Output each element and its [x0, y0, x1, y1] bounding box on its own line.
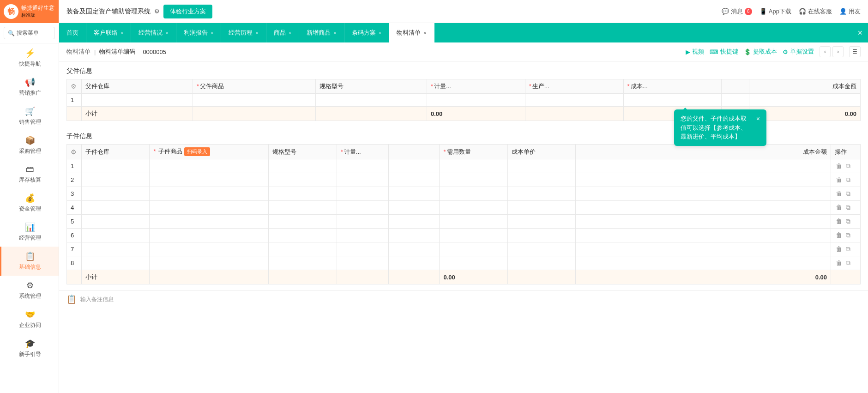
scan-input-button[interactable]: 扫码录入 — [184, 147, 210, 156]
child-row-1-unit[interactable] — [337, 159, 388, 173]
child-row-6-copy[interactable]: ⧉ — [846, 231, 850, 239]
child-row-8-warehouse[interactable] — [82, 256, 150, 270]
app-download-button[interactable]: 📱 App下载 — [760, 7, 791, 16]
next-page-button[interactable]: › — [832, 46, 844, 57]
tooltip-close-button[interactable]: × — [756, 114, 760, 124]
tab-product[interactable]: 商品 × — [266, 23, 299, 42]
child-row-1-warehouse[interactable] — [82, 159, 150, 173]
tab-history[interactable]: 经营历程 × — [221, 23, 266, 42]
child-row-5-delete[interactable]: 🗑 — [836, 218, 842, 225]
child-settings-gear[interactable]: ⚙ — [71, 148, 77, 156]
tab-profit-close[interactable]: × — [211, 30, 213, 36]
child-row-8-unit[interactable] — [337, 256, 388, 270]
child-row-6-qty[interactable] — [440, 229, 507, 242]
tab-barcode-close[interactable]: × — [379, 30, 381, 36]
child-row-1-spec[interactable] — [269, 159, 337, 173]
parent-settings-gear[interactable]: ⚙ — [71, 83, 77, 90]
child-row-3-spec[interactable] — [269, 187, 337, 201]
child-row-6-product[interactable] — [150, 229, 269, 242]
child-row-7-unit-cost[interactable] — [507, 242, 575, 256]
child-row-5-warehouse[interactable] — [82, 215, 150, 229]
sidebar-item-operations[interactable]: 📊 经营管理 — [0, 218, 59, 247]
child-row-4-spec[interactable] — [269, 201, 337, 215]
parent-row-1-produce[interactable] — [525, 94, 623, 107]
sidebar-item-guide[interactable]: 🎓 新手引导 — [0, 334, 59, 363]
user-menu-button[interactable]: 👤 用友 — [839, 7, 861, 16]
child-row-6-unit-cost[interactable] — [507, 229, 575, 242]
child-row-2-copy[interactable]: ⧉ — [846, 176, 850, 183]
tab-customer[interactable]: 客户联络 × — [86, 23, 131, 42]
tab-new-product[interactable]: 新增商品 × — [299, 23, 344, 42]
child-row-4-warehouse[interactable] — [82, 201, 150, 215]
parent-row-1-spec[interactable] — [315, 94, 427, 107]
child-row-3-product[interactable] — [150, 187, 269, 201]
parent-row-1-warehouse[interactable] — [82, 94, 193, 107]
child-row-1-product[interactable] — [150, 159, 269, 173]
list-view-button[interactable]: ☰ — [849, 46, 861, 57]
child-row-5-qty[interactable] — [440, 215, 507, 229]
close-all-tabs-button[interactable]: × — [852, 28, 868, 38]
child-row-4-copy[interactable]: ⧉ — [846, 204, 850, 211]
child-row-2-warehouse[interactable] — [82, 173, 150, 187]
child-row-5-spec[interactable] — [269, 215, 337, 229]
parent-row-1-cost[interactable] — [623, 94, 722, 107]
child-row-2-delete[interactable]: 🗑 — [836, 176, 842, 183]
child-row-5-product[interactable] — [150, 215, 269, 229]
tab-home[interactable]: 首页 — [59, 23, 86, 42]
child-row-6-unit[interactable] — [337, 229, 388, 242]
child-row-1-unit-cost[interactable] — [507, 159, 575, 173]
child-row-7-product[interactable] — [150, 242, 269, 256]
tab-bom[interactable]: 物料清单 × — [389, 23, 434, 42]
sidebar-item-inventory[interactable]: 🗃 库存核算 — [0, 160, 59, 188]
child-row-1-copy[interactable]: ⧉ — [846, 162, 850, 169]
doc-settings-button[interactable]: ⚙ 单据设置 — [783, 48, 814, 56]
child-row-5-unit[interactable] — [337, 215, 388, 229]
child-row-8-unit-cost[interactable] — [507, 256, 575, 270]
child-row-8-delete[interactable]: 🗑 — [836, 259, 842, 266]
parent-row-1-product[interactable] — [193, 94, 316, 107]
child-row-2-spec[interactable] — [269, 173, 337, 187]
child-row-1-qty[interactable] — [440, 159, 507, 173]
child-row-4-delete[interactable]: 🗑 — [836, 204, 842, 211]
online-service-button[interactable]: 🎧 在线客服 — [799, 7, 832, 16]
tab-new-product-close[interactable]: × — [333, 30, 336, 36]
tab-operations-close[interactable]: × — [165, 30, 168, 36]
tab-barcode[interactable]: 条码方案 × — [344, 23, 389, 42]
child-row-4-qty[interactable] — [440, 201, 507, 215]
extract-cost-button[interactable]: 💲 提取成本 — [744, 48, 777, 56]
sidebar-item-sales[interactable]: 🛒 销售管理 — [0, 102, 59, 131]
tab-history-close[interactable]: × — [255, 30, 258, 36]
child-row-7-delete[interactable]: 🗑 — [836, 245, 842, 253]
child-row-3-qty[interactable] — [440, 187, 507, 201]
sidebar-item-basics[interactable]: 📋 基础信息 — [0, 247, 59, 276]
child-row-4-product[interactable] — [150, 201, 269, 215]
child-row-5-unit-cost[interactable] — [507, 215, 575, 229]
child-row-7-copy[interactable]: ⧉ — [846, 245, 850, 253]
child-row-4-unit-cost[interactable] — [507, 201, 575, 215]
child-row-1-delete[interactable]: 🗑 — [836, 162, 842, 169]
child-row-7-warehouse[interactable] — [82, 242, 150, 256]
shortcut-button[interactable]: ⌨ 快捷键 — [710, 48, 738, 56]
tab-operations[interactable]: 经营情况 × — [131, 23, 176, 42]
child-row-3-copy[interactable]: ⧉ — [846, 190, 850, 197]
child-row-7-spec[interactable] — [269, 242, 337, 256]
child-row-6-warehouse[interactable] — [82, 229, 150, 242]
child-row-8-copy[interactable]: ⧉ — [846, 259, 850, 266]
sidebar-item-marketing[interactable]: 📢 营销推广 — [0, 73, 59, 102]
trial-button[interactable]: 体验行业方案 — [163, 5, 212, 18]
child-row-2-unit-cost[interactable] — [507, 173, 575, 187]
child-row-6-spec[interactable] — [269, 229, 337, 242]
child-row-7-unit[interactable] — [337, 242, 388, 256]
child-row-8-product[interactable] — [150, 256, 269, 270]
child-row-8-qty[interactable] — [440, 256, 507, 270]
view-video-button[interactable]: ▶ 视频 — [686, 48, 704, 56]
child-row-6-delete[interactable]: 🗑 — [836, 231, 842, 239]
child-row-2-product[interactable] — [150, 173, 269, 187]
tab-customer-close[interactable]: × — [121, 30, 123, 36]
sidebar-item-finance[interactable]: 💰 资金管理 — [0, 188, 59, 218]
tab-product-close[interactable]: × — [289, 30, 291, 36]
tab-bom-close[interactable]: × — [423, 30, 426, 36]
child-row-3-delete[interactable]: 🗑 — [836, 190, 842, 197]
tab-profit[interactable]: 利润报告 × — [176, 23, 221, 42]
sidebar-item-system[interactable]: ⚙ 系统管理 — [0, 276, 59, 305]
